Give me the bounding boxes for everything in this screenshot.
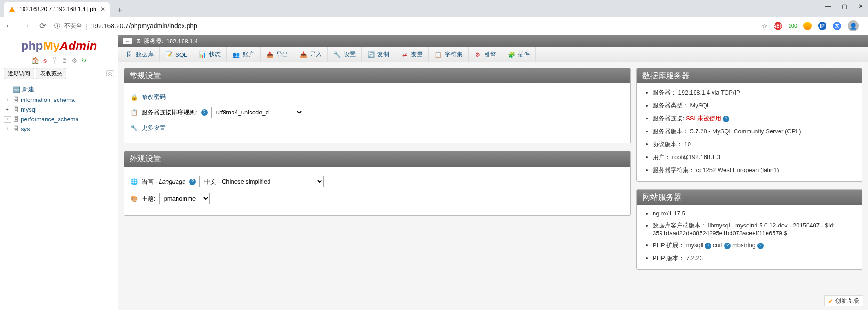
- expand-icon[interactable]: +: [4, 107, 11, 113]
- info-phpver: PHP 版本： 7.2.23: [653, 252, 857, 265]
- tab-charset[interactable]: 📋字符集: [429, 47, 469, 62]
- expand-icon[interactable]: +: [4, 97, 11, 103]
- tab-title: 192.168.20.7 / 192.168.1.4 | ph: [19, 6, 96, 12]
- more-settings-link[interactable]: 更多设置: [142, 124, 166, 132]
- col-left: 常规设置 🔒 修改密码 📋 服务器连接排序规则: ? utf8mb4_unico…: [124, 68, 631, 270]
- language-select[interactable]: 中文 - Chinese simplified: [199, 176, 324, 187]
- help-icon[interactable]: ?: [189, 179, 196, 185]
- language-row: 🌐 语言 - Language ? 中文 - Chinese simplifie…: [131, 173, 624, 190]
- help-icon[interactable]: ?: [705, 243, 711, 249]
- info-client: 数据库客户端版本： libmysql - mysqlnd 5.0.12-dev …: [653, 219, 857, 239]
- expand-icon[interactable]: +: [4, 116, 11, 123]
- help-icon[interactable]: ?: [723, 116, 729, 122]
- db-item[interactable]: +🗄 information_schema: [4, 95, 114, 105]
- url-box[interactable]: ⓘ 不安全 | 192.168.20.7/phpmyadmin/index.ph…: [54, 22, 755, 30]
- theme-label: 主题:: [142, 195, 155, 203]
- help-icon[interactable]: ?: [724, 243, 731, 249]
- database-icon: 🗄: [13, 106, 19, 113]
- engine-icon: ⚙: [474, 51, 482, 58]
- info-server: 服务器： 192.168.1.4 via TCP/IP: [653, 86, 857, 99]
- back-button[interactable]: ←: [5, 21, 14, 31]
- new-tab-button[interactable]: +: [113, 4, 126, 17]
- browser-tab[interactable]: 192.168.20.7 / 192.168.1.4 | ph ✕: [4, 2, 110, 17]
- status-icon: 📊: [199, 51, 206, 58]
- expand-icon[interactable]: +: [4, 126, 11, 132]
- star-icon[interactable]: ☆: [762, 23, 767, 30]
- tab-variables[interactable]: ⇄变量: [395, 47, 429, 62]
- tab-sql[interactable]: 📝SQL: [160, 47, 193, 62]
- help-icon[interactable]: ?: [201, 109, 208, 116]
- tab-status[interactable]: 📊状态: [193, 47, 227, 62]
- content: 常规设置 🔒 修改密码 📋 服务器连接排序规则: ? utf8mb4_unico…: [118, 62, 868, 275]
- change-password-row: 🔒 修改密码: [131, 90, 624, 104]
- tab-import[interactable]: 📥导入: [294, 47, 328, 62]
- db-item[interactable]: +🗄 sys: [4, 124, 114, 134]
- home-icon[interactable]: 🏠: [31, 57, 39, 64]
- change-password-link[interactable]: 修改密码: [142, 93, 166, 101]
- minimize-icon[interactable]: —: [825, 3, 831, 10]
- logout-icon[interactable]: ⎋: [43, 57, 47, 64]
- database-icon: 🗄: [13, 96, 19, 103]
- panel-title: 数据库服务器: [637, 68, 862, 83]
- logo[interactable]: phpMyAdmin: [0, 35, 118, 55]
- db-item[interactable]: +🗄 mysql: [4, 105, 114, 114]
- help-icon[interactable]: ?: [757, 243, 764, 249]
- reload-button[interactable]: ⟳: [38, 21, 47, 31]
- reload-tree-icon[interactable]: ↻: [81, 57, 87, 64]
- brand-icon: ✔: [828, 298, 833, 304]
- database-icon: 🗄: [13, 125, 19, 132]
- collation-label: 服务器连接排序规则:: [142, 108, 197, 117]
- maximize-icon[interactable]: ▢: [842, 3, 847, 10]
- plugin-icon: 🧩: [508, 51, 515, 58]
- tab-databases[interactable]: 🗄数据库: [120, 47, 160, 62]
- sql-query-icon[interactable]: 🗎: [61, 57, 68, 64]
- server-icon: 🖥: [135, 38, 141, 45]
- new-db-link[interactable]: 🆕 新建: [4, 84, 114, 95]
- info-type: 服务器类型： MySQL: [653, 99, 857, 112]
- window-controls: — ▢ ✕: [825, 3, 863, 10]
- theme-select[interactable]: pmahomme: [159, 193, 210, 204]
- ext-icon-1[interactable]: [803, 22, 812, 30]
- ext-badge: 200: [789, 23, 797, 29]
- extension-bar: ☆ ABP 200 IP 文 👤: [762, 20, 863, 31]
- tab-accounts[interactable]: 👥账户: [227, 47, 261, 62]
- docs-icon[interactable]: ❔: [50, 57, 58, 64]
- sql-icon: 📝: [165, 51, 172, 58]
- tab-engine[interactable]: ⚙引擎: [469, 47, 502, 62]
- forward-button[interactable]: →: [21, 21, 30, 31]
- info-charset: 服务器字符集： cp1252 West European (latin1): [653, 164, 857, 177]
- charset-icon: 📋: [434, 51, 442, 58]
- recent-bar: 近期访问 表收藏夹 ⛓: [0, 68, 118, 79]
- db-item[interactable]: +🗄 performance_schema: [4, 114, 114, 124]
- panel-title: 外观设置: [124, 151, 630, 167]
- recent-button[interactable]: 近期访问: [4, 68, 34, 79]
- tab-bar: 192.168.20.7 / 192.168.1.4 | ph ✕ +: [0, 0, 868, 17]
- gear-icon[interactable]: ⚙: [71, 57, 77, 64]
- database-icon: 🗄: [13, 116, 19, 123]
- new-db-icon: 🆕: [13, 86, 20, 93]
- appearance-panel: 外观设置 🌐 语言 - Language ? 中文 - Chinese simp…: [124, 151, 631, 216]
- chain-icon[interactable]: ⛓: [106, 70, 114, 77]
- favorites-button[interactable]: 表收藏夹: [36, 68, 66, 79]
- breadcrumb: ← 🖥 服务器: 192.168.1.4: [118, 35, 868, 47]
- list-icon: 📋: [131, 109, 138, 116]
- profile-icon[interactable]: 👤: [848, 20, 859, 31]
- abp-icon[interactable]: ABP: [774, 22, 782, 30]
- tab-close-icon[interactable]: ✕: [101, 6, 105, 12]
- tab-replication[interactable]: 🔄复制: [362, 47, 395, 62]
- tab-settings[interactable]: 🔧设置: [328, 47, 362, 62]
- insecure-label: 不安全: [64, 22, 82, 30]
- browser-chrome: — ▢ ✕ 192.168.20.7 / 192.168.1.4 | ph ✕ …: [0, 0, 868, 35]
- translate-icon[interactable]: 文: [833, 22, 841, 30]
- web-server-list: nginx/1.17.5 数据库客户端版本： libmysql - mysqln…: [637, 205, 862, 269]
- breadcrumb-server-value: 192.168.1.4: [166, 38, 198, 45]
- close-icon[interactable]: ✕: [858, 3, 863, 10]
- tab-export[interactable]: 📤导出: [261, 47, 294, 62]
- brand-badge[interactable]: ✔ 创新互联: [824, 295, 863, 306]
- collation-select[interactable]: utf8mb4_unicode_ci: [211, 107, 303, 118]
- collapse-nav-icon[interactable]: ←: [123, 38, 132, 44]
- tab-plugin[interactable]: 🧩插件: [502, 47, 536, 62]
- ext-icon-2[interactable]: IP: [818, 22, 826, 30]
- accounts-icon: 👥: [232, 51, 240, 58]
- address-bar: ← → ⟳ ⓘ 不安全 | 192.168.20.7/phpmyadmin/in…: [0, 17, 868, 35]
